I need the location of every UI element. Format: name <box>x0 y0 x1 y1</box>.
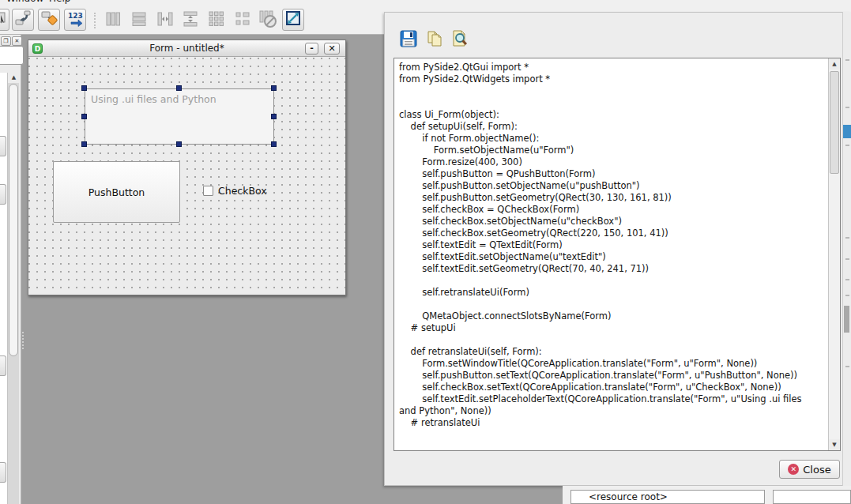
selection-handle[interactable] <box>81 85 87 91</box>
widget-box-float-button[interactable]: ❐ <box>1 36 11 46</box>
layout-horizontal-button[interactable] <box>103 10 123 31</box>
layout-vertical-button[interactable] <box>129 10 149 31</box>
edit-signals-slots-icon <box>14 9 32 30</box>
close-button-label: Close <box>803 464 830 476</box>
selection-handle[interactable] <box>81 141 87 147</box>
layout-grid-button[interactable] <box>206 10 227 31</box>
row-tick <box>845 107 849 108</box>
edit-widgets-button[interactable] <box>0 9 9 31</box>
copy-button[interactable] <box>425 29 446 50</box>
save-button[interactable] <box>399 29 420 50</box>
layout-horizontal-splitter-icon <box>156 10 174 31</box>
layout-form-button[interactable] <box>232 10 253 31</box>
svg-text:123: 123 <box>68 12 83 20</box>
copy-icon <box>425 36 444 51</box>
resource-tree[interactable]: <resource root> <box>570 490 765 504</box>
widget-box-scrollbar-thumb[interactable] <box>9 84 18 356</box>
check-box-widget[interactable]: CheckBox <box>203 185 267 197</box>
widget-box-filter-input[interactable] <box>0 46 24 65</box>
widget-box-close-button[interactable]: ✕ <box>12 36 22 46</box>
find-icon <box>450 36 469 51</box>
close-icon: ✕ <box>788 464 799 475</box>
layout-horizontal-icon <box>104 10 122 31</box>
widget-box-item[interactable] <box>0 355 6 376</box>
widget-box-item[interactable] <box>0 136 6 156</box>
push-button-widget[interactable]: PushButton <box>53 161 180 223</box>
edit-tab-order-icon: 123 <box>66 9 84 30</box>
row-tick <box>845 258 849 260</box>
edit-buddies-button[interactable] <box>38 9 60 31</box>
edit-tab-order-button[interactable]: 123 <box>64 9 86 31</box>
form-canvas[interactable]: Using .ui files and Python PushButton Ch… <box>28 57 345 295</box>
selected-row-edge <box>843 125 851 138</box>
edit-buddies-icon <box>40 9 58 30</box>
scroll-down-icon[interactable]: ▼ <box>829 439 840 450</box>
selection-handle[interactable] <box>271 85 277 91</box>
break-layout-button[interactable] <box>258 10 278 31</box>
row-tick <box>845 295 849 296</box>
form-window-title: Form - untitled* <box>28 43 345 54</box>
selection-handle[interactable] <box>81 114 87 119</box>
layout-grid-icon <box>208 10 225 31</box>
form-close-button[interactable]: ✕ <box>324 43 340 55</box>
checkbox-label: CheckBox <box>218 185 267 197</box>
checkbox-indicator[interactable] <box>203 186 213 196</box>
row-tick <box>845 145 849 146</box>
edit-signals-slots-button[interactable] <box>12 9 34 31</box>
widget-box-scrollbar[interactable]: ▲ <box>7 73 19 504</box>
form-editor-window: D Form - untitled* - ✕ Using .ui files a… <box>28 39 346 295</box>
form-minimize-button[interactable]: - <box>305 43 318 55</box>
widget-box-item[interactable] <box>0 462 6 483</box>
text-edit-placeholder: Using .ui files and Python <box>91 93 217 105</box>
widget-box-item[interactable] <box>0 184 6 205</box>
row-tick <box>845 366 849 367</box>
generated-python-code[interactable]: from PySide2.QtGui import * from PySide2… <box>394 58 827 450</box>
row-tick <box>845 279 849 280</box>
menu-item-help[interactable]: Help <box>49 0 70 4</box>
resource-preview-pane[interactable] <box>773 490 851 504</box>
row-tick <box>845 237 849 239</box>
code-scrollbar-thumb[interactable] <box>830 71 839 174</box>
selection-handle[interactable] <box>176 141 182 147</box>
layout-vertical-splitter-button[interactable] <box>180 10 201 31</box>
layout-form-icon <box>234 10 251 31</box>
text-edit-widget[interactable]: Using .ui files and Python <box>85 88 274 145</box>
selection-handle[interactable] <box>176 85 182 91</box>
right-panel-edge <box>842 12 851 486</box>
toolbar-separator <box>94 13 96 28</box>
adjust-size-icon <box>284 9 302 30</box>
layout-horizontal-splitter-button[interactable] <box>155 10 175 31</box>
scroll-up-icon[interactable]: ▲ <box>829 58 840 70</box>
find-button[interactable] <box>450 29 471 50</box>
menu-bar: Window Help <box>0 0 851 6</box>
resource-browser-panel: <resource root> <box>563 486 851 504</box>
row-tick <box>845 59 849 61</box>
widget-box-panel: ❐ ✕ ▲ <box>0 35 21 504</box>
menu-item-window[interactable]: Window <box>6 0 43 4</box>
break-layout-icon <box>258 9 277 32</box>
panel-drag-handle[interactable] <box>22 332 24 349</box>
edit-widgets-icon <box>0 10 6 29</box>
code-view: from PySide2.QtGui import * from PySide2… <box>393 58 841 451</box>
form-window-titlebar[interactable]: D Form - untitled* - ✕ <box>28 40 345 57</box>
selection-handle[interactable] <box>271 141 277 147</box>
resource-root-item[interactable]: <resource root> <box>589 491 668 502</box>
save-icon <box>399 36 418 51</box>
selection-handle[interactable] <box>271 114 277 119</box>
code-preview-dialog: from PySide2.QtGui import * from PySide2… <box>384 12 851 486</box>
close-button[interactable]: ✕ Close <box>779 460 840 479</box>
layout-vertical-splitter-icon <box>182 10 199 31</box>
adjust-size-button[interactable] <box>282 9 304 31</box>
layout-vertical-icon <box>130 10 148 31</box>
scroll-up-icon[interactable]: ▲ <box>8 73 20 83</box>
code-scrollbar[interactable]: ▲ ▼ <box>828 58 840 450</box>
panel-scrollbar-thumb[interactable] <box>844 306 849 333</box>
